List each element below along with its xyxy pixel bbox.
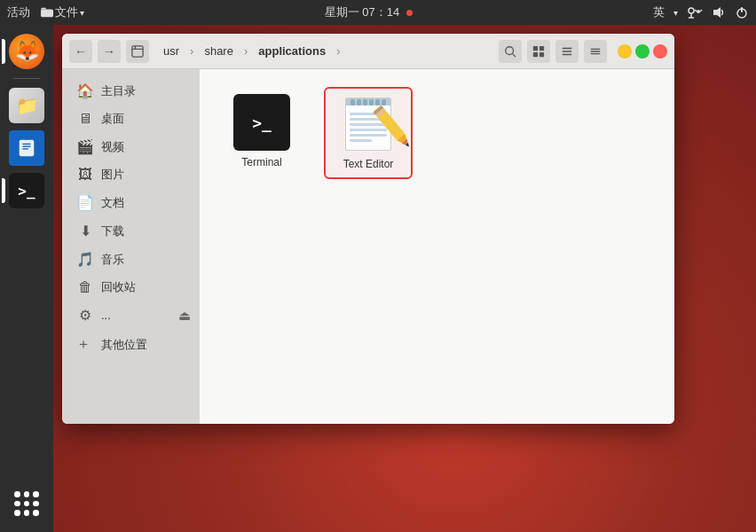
launcher-icon-files[interactable]: 📁 (7, 86, 46, 125)
documents-icon: 📄 (76, 194, 94, 211)
breadcrumb-usr[interactable]: usr (154, 41, 188, 61)
apps-dot (14, 510, 20, 516)
notification-dot (406, 10, 413, 16)
apps-grid-button[interactable] (9, 486, 44, 521)
sidebar-item-home[interactable]: 🏠 主目录 (66, 77, 196, 105)
add-icon: ＋ (76, 335, 91, 354)
sidebar-item-videos[interactable]: 🎬 视频 (66, 133, 196, 160)
list-view-icon (561, 45, 573, 58)
launcher-separator (13, 78, 40, 79)
svg-rect-21 (533, 51, 538, 56)
datetime-label: 星期一 07：14 (325, 4, 400, 20)
svg-rect-14 (132, 45, 143, 56)
lang-label[interactable]: 英 (653, 4, 665, 20)
devices-icon: ⚙ (76, 307, 94, 324)
close-button[interactable] (653, 44, 667, 59)
svg-rect-0 (41, 10, 53, 18)
back-button[interactable]: ← (69, 40, 92, 63)
breadcrumb: usr › share › applications › (154, 41, 493, 61)
breadcrumb-sep-2: › (242, 44, 249, 58)
topbar: 活动 文件 ▾ 星期一 07：14 英 ▾ (0, 0, 756, 25)
topbar-left: 活动 文件 ▾ (7, 4, 84, 20)
sidebar-item-more[interactable]: ⚙ ... ⏏ (66, 301, 196, 329)
main-content: >_ Terminal (200, 69, 674, 424)
window-controls (618, 44, 667, 59)
svg-marker-7 (713, 7, 721, 18)
sidebar-item-documents[interactable]: 📄 文档 (66, 189, 196, 216)
file-menu-label[interactable]: 文件 ▾ (41, 4, 84, 20)
spiral-dot (369, 99, 374, 106)
breadcrumb-applications[interactable]: applications (249, 41, 335, 61)
spiral-dot (363, 99, 367, 106)
svg-point-4 (697, 10, 700, 13)
file-item-texteditor[interactable]: Text Editor (324, 87, 413, 179)
apps-dot (14, 501, 20, 507)
hamburger-icon (589, 45, 602, 58)
sidebar-item-desktop[interactable]: 🖥 桌面 (66, 106, 196, 132)
folder-icon (41, 6, 53, 19)
apps-dot (33, 491, 39, 497)
forward-button[interactable]: → (98, 40, 121, 63)
search-icon (504, 45, 516, 58)
file-item-terminal[interactable]: >_ Terminal (217, 87, 306, 179)
svg-point-1 (689, 8, 694, 13)
location-button[interactable] (126, 40, 149, 63)
svg-rect-20 (539, 45, 544, 50)
svg-rect-10 (20, 140, 35, 156)
view-toggle-2[interactable] (555, 40, 579, 63)
maximize-button[interactable] (635, 44, 650, 59)
network-icon (687, 6, 703, 19)
launcher-icon-writer[interactable] (7, 129, 46, 168)
sidebar-item-downloads[interactable]: ⬇ 下载 (66, 217, 196, 245)
eject-icon[interactable]: ⏏ (178, 308, 191, 324)
sidebar-item-pictures[interactable]: 🖼 图片 (66, 161, 196, 188)
titlebar-right (499, 40, 667, 63)
home-icon: 🏠 (76, 82, 94, 99)
notepad-line (350, 134, 387, 137)
apps-dot (24, 510, 30, 516)
sidebar-item-music[interactable]: 🎵 音乐 (66, 246, 196, 273)
titlebar: ← → usr › share › applications › (62, 34, 674, 69)
pictures-icon: 🖼 (76, 167, 94, 183)
launcher-icon-terminal[interactable]: >_ (7, 171, 46, 210)
menu-button[interactable] (584, 40, 607, 63)
apps-dot (33, 510, 39, 516)
breadcrumb-share[interactable]: share (195, 41, 242, 61)
svg-rect-9 (741, 7, 743, 12)
terminal-icon: >_ (233, 94, 290, 151)
notepad-line (350, 139, 372, 142)
spiral-dot (350, 99, 355, 106)
window-body: 🏠 主目录 🖥 桌面 🎬 视频 🖼 图片 📄 文档 ⬇ 下载 (62, 69, 674, 424)
svg-line-18 (513, 53, 516, 57)
launcher-icon-firefox[interactable]: 🦊 (7, 32, 46, 71)
sidebar: 🏠 主目录 🖥 桌面 🎬 视频 🖼 图片 📄 文档 ⬇ 下载 (62, 69, 200, 424)
minimize-button[interactable] (618, 44, 632, 59)
topbar-right: 英 ▾ (653, 4, 749, 20)
apps-dot (33, 501, 39, 507)
activities-label[interactable]: 活动 (7, 4, 30, 20)
search-button[interactable] (499, 40, 522, 63)
topbar-center: 星期一 07：14 (325, 4, 413, 20)
svg-rect-22 (539, 51, 544, 56)
svg-rect-19 (533, 45, 538, 50)
trash-icon: 🗑 (76, 279, 94, 295)
spiral-dot (357, 99, 361, 106)
launcher: 🦊 📁 >_ (0, 25, 53, 532)
texteditor-label: Text Editor (343, 158, 394, 170)
firefox-icon: 🦊 (9, 34, 44, 69)
launcher-bottom (9, 486, 44, 521)
writer-icon (9, 130, 44, 166)
sidebar-item-other[interactable]: ＋ 其他位置 (66, 330, 196, 359)
apps-dot (24, 501, 30, 507)
terminal-dock-icon: >_ (9, 173, 44, 208)
svg-line-5 (695, 10, 697, 12)
terminal-label: Terminal (241, 156, 281, 168)
sidebar-item-trash[interactable]: 🗑 回收站 (66, 274, 196, 301)
view-toggle-1[interactable] (527, 40, 550, 63)
power-icon (735, 6, 749, 19)
writer-svg (17, 138, 36, 158)
music-icon: 🎵 (76, 251, 94, 268)
menu-arrow-lang: ▾ (673, 8, 678, 18)
location-icon (131, 45, 144, 58)
desktop-icon: 🖥 (76, 111, 94, 127)
